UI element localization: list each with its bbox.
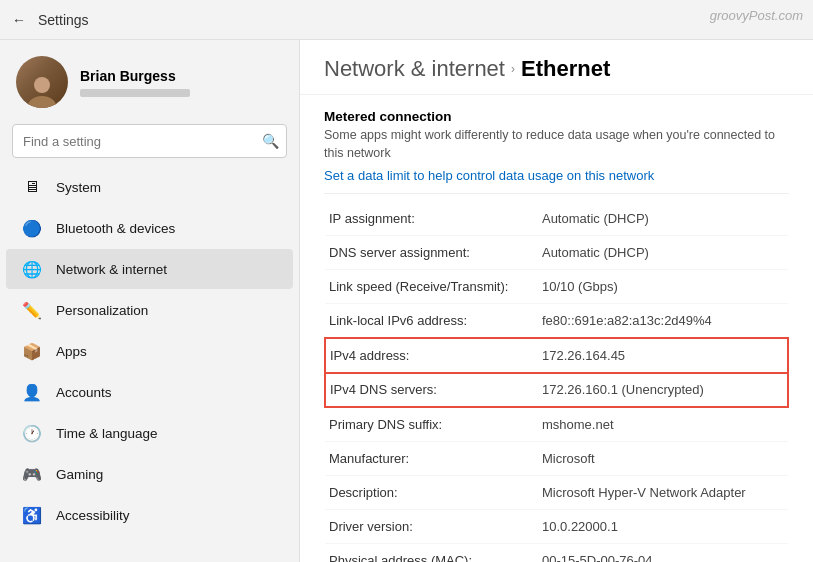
info-table: IP assignment:Automatic (DHCP)DNS server… [324,202,789,562]
info-value: 10/10 (Gbps) [538,270,788,304]
sidebar-item-label-bluetooth: Bluetooth & devices [56,221,277,236]
info-label: Link-local IPv6 address: [325,304,538,339]
table-row: Driver version:10.0.22000.1 [325,510,788,544]
svg-point-0 [34,77,50,93]
sidebar-item-accounts[interactable]: 👤Accounts [6,372,293,412]
title-bar-title: Settings [38,12,89,28]
info-label: Physical address (MAC): [325,544,538,563]
breadcrumb: Network & internet › Ethernet [324,56,789,82]
table-row: Link speed (Receive/Transmit):10/10 (Gbp… [325,270,788,304]
sidebar-item-label-apps: Apps [56,344,277,359]
sidebar-item-label-network: Network & internet [56,262,277,277]
avatar-silhouette [24,72,60,108]
table-row: Manufacturer:Microsoft [325,442,788,476]
info-value: Automatic (DHCP) [538,202,788,236]
time-icon: 🕐 [22,423,42,443]
info-value: fe80::691e:a82:a13c:2d49%4 [538,304,788,339]
sidebar-item-label-accessibility: Accessibility [56,508,277,523]
info-value: Microsoft [538,442,788,476]
breadcrumb-parent: Network & internet [324,56,505,82]
user-email-bar [80,89,190,97]
metered-description: Some apps might work differently to redu… [324,127,789,162]
info-label: IPv4 DNS servers: [325,373,538,408]
content-panel: Network & internet › Ethernet Metered co… [300,40,813,562]
sidebar-item-label-accounts: Accounts [56,385,277,400]
sidebar-item-accessibility[interactable]: ♿Accessibility [6,495,293,535]
personalization-icon: ✏️ [22,300,42,320]
table-row: IP assignment:Automatic (DHCP) [325,202,788,236]
content-header: Network & internet › Ethernet [300,40,813,95]
info-label: Link speed (Receive/Transmit): [325,270,538,304]
info-value: mshome.net [538,407,788,442]
back-button[interactable]: ← [12,12,26,28]
info-value: Microsoft Hyper-V Network Adapter [538,476,788,510]
info-label: Driver version: [325,510,538,544]
info-value: 10.0.22000.1 [538,510,788,544]
apps-icon: 📦 [22,341,42,361]
metered-title: Metered connection [324,109,789,124]
sidebar-item-apps[interactable]: 📦Apps [6,331,293,371]
sidebar: Brian Burgess 🔍 🖥System🔵Bluetooth & devi… [0,40,300,562]
sidebar-item-network[interactable]: 🌐Network & internet [6,249,293,289]
info-label: DNS server assignment: [325,236,538,270]
content-body: Metered connection Some apps might work … [300,95,813,562]
metered-link[interactable]: Set a data limit to help control data us… [324,168,789,183]
svg-point-1 [28,96,56,108]
info-label: IPv4 address: [325,338,538,373]
sidebar-item-label-time: Time & language [56,426,277,441]
sidebar-item-label-gaming: Gaming [56,467,277,482]
breadcrumb-separator: › [511,62,515,76]
bluetooth-icon: 🔵 [22,218,42,238]
avatar-image [16,56,68,108]
sidebar-item-label-system: System [56,180,277,195]
title-bar: ← Settings [0,0,813,40]
table-row: DNS server assignment:Automatic (DHCP) [325,236,788,270]
info-label: Description: [325,476,538,510]
info-value: 172.26.164.45 [538,338,788,373]
info-label: Primary DNS suffix: [325,407,538,442]
info-label: Manufacturer: [325,442,538,476]
sidebar-item-time[interactable]: 🕐Time & language [6,413,293,453]
search-icon[interactable]: 🔍 [262,133,279,149]
network-icon: 🌐 [22,259,42,279]
info-label: IP assignment: [325,202,538,236]
avatar [16,56,68,108]
system-icon: 🖥 [22,177,42,197]
table-row: IPv4 address:172.26.164.45 [325,338,788,373]
user-profile: Brian Burgess [0,40,299,120]
sidebar-item-label-personalization: Personalization [56,303,277,318]
user-name: Brian Burgess [80,68,190,84]
metered-section: Metered connection Some apps might work … [324,95,789,194]
info-value: 172.26.160.1 (Unencrypted) [538,373,788,408]
main-container: Brian Burgess 🔍 🖥System🔵Bluetooth & devi… [0,40,813,562]
search-box: 🔍 [12,124,287,158]
table-row: Physical address (MAC):00-15-5D-00-76-04 [325,544,788,563]
user-info: Brian Burgess [80,68,190,97]
accounts-icon: 👤 [22,382,42,402]
sidebar-item-bluetooth[interactable]: 🔵Bluetooth & devices [6,208,293,248]
gaming-icon: 🎮 [22,464,42,484]
info-value: Automatic (DHCP) [538,236,788,270]
sidebar-item-personalization[interactable]: ✏️Personalization [6,290,293,330]
table-row: Description:Microsoft Hyper-V Network Ad… [325,476,788,510]
sidebar-item-gaming[interactable]: 🎮Gaming [6,454,293,494]
table-row: Primary DNS suffix:mshome.net [325,407,788,442]
sidebar-nav: 🖥System🔵Bluetooth & devices🌐Network & in… [0,166,299,536]
accessibility-icon: ♿ [22,505,42,525]
info-value: 00-15-5D-00-76-04 [538,544,788,563]
search-input[interactable] [12,124,287,158]
sidebar-item-system[interactable]: 🖥System [6,167,293,207]
breadcrumb-current: Ethernet [521,56,610,82]
table-row: IPv4 DNS servers:172.26.160.1 (Unencrypt… [325,373,788,408]
table-row: Link-local IPv6 address:fe80::691e:a82:a… [325,304,788,339]
